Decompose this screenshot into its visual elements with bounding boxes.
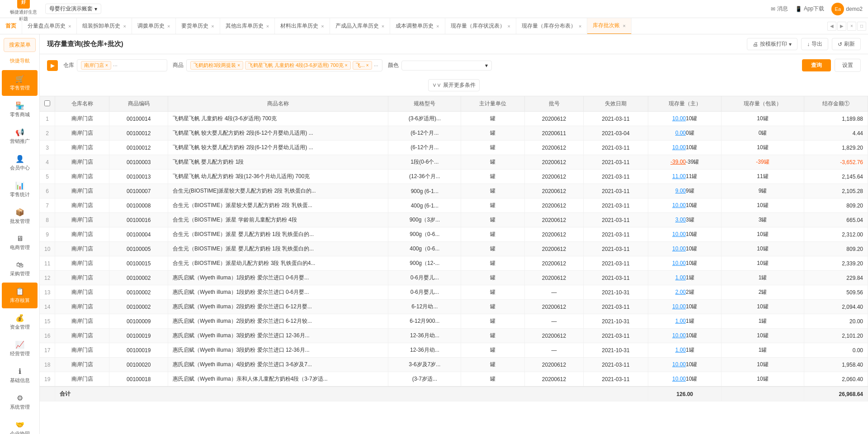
quick-nav-btn[interactable]: 快捷导航 — [0, 56, 39, 66]
filter-expand-arrow[interactable]: ▶ — [47, 60, 58, 71]
close-icon[interactable]: × — [68, 24, 71, 29]
qty-main-link[interactable]: -39.00 — [670, 159, 686, 165]
tab-assembly[interactable]: 组装拆卸单历史 × — [77, 18, 132, 34]
qty-main-link[interactable]: 9.00 — [675, 188, 686, 194]
messages-btn[interactable]: ✉ 消息 — [771, 5, 788, 13]
cell-batch: 20200612 — [525, 141, 584, 155]
cell-name: 合生元（BIOSTIME）派星 婴儿配方奶粉 1段 乳铁蛋白的... — [168, 242, 388, 256]
product-filter-more[interactable]: ··· — [374, 62, 378, 69]
row-num: 1 — [40, 112, 55, 126]
cell-code: 00100009 — [109, 314, 168, 329]
close-icon[interactable]: × — [623, 23, 625, 28]
select-all-checkbox[interactable] — [44, 100, 50, 106]
qty-main-link[interactable]: 10.00 — [672, 376, 686, 382]
tab-material-outbound[interactable]: 材料出库单历史 × — [275, 18, 330, 34]
tab-finished-inbound[interactable]: 产成品入库单历史 × — [330, 18, 390, 34]
close-icon[interactable]: × — [211, 24, 214, 29]
qty-main-link[interactable]: 0.00 — [675, 130, 686, 136]
qty-main-link[interactable]: 3.00 — [675, 217, 686, 223]
qty-main-link[interactable]: 1.00 — [675, 274, 686, 281]
qty-main-link[interactable]: 10.00 — [672, 332, 686, 339]
cell-warehouse: 南岸门店 — [55, 112, 109, 126]
tab-stock-status[interactable]: 现存量（库存状况表） × — [445, 18, 516, 34]
qty-main-link[interactable]: 11.00 — [672, 173, 686, 179]
purchasing-icon: 🛍 — [16, 261, 24, 269]
sidebar-item-marketing[interactable]: 📢 营销推广 — [2, 123, 38, 149]
tab-transfer[interactable]: 调拨单历史 × — [132, 18, 176, 34]
qty-main-link[interactable]: 10.00 — [672, 231, 686, 237]
qty-main-link[interactable]: 10.00 — [672, 303, 686, 310]
warehouse-label: 仓库 — [63, 61, 74, 69]
sidebar-item-basic-info[interactable]: ℹ 基础信息 — [2, 363, 38, 388]
qty-main-link[interactable]: 10.00 — [672, 260, 686, 266]
filter-more-dots[interactable]: ··· — [113, 62, 118, 69]
tab-next-btn[interactable]: ▶ — [837, 22, 846, 31]
cell-qty-main: -39.00-39罐 — [648, 155, 722, 170]
qty-main-link[interactable]: 1.00 — [675, 318, 686, 324]
qty-main-link[interactable]: 10.00 — [672, 361, 686, 368]
product-tag-close-1[interactable]: × — [237, 63, 240, 68]
tab-other-outbound[interactable]: 其他出库单历史 × — [220, 18, 275, 34]
app-download-btn[interactable]: 📱 App下载 — [795, 5, 824, 13]
qty-main-link[interactable]: 10.00 — [672, 115, 686, 122]
sidebar-item-retail-mgmt[interactable]: 🛒 零售管理 — [2, 70, 38, 96]
cell-amount: 509.56 — [804, 285, 868, 300]
close-icon[interactable]: × — [167, 24, 170, 29]
close-icon[interactable]: × — [436, 24, 439, 29]
tab-inventory-count[interactable]: 分量盘点单历史 × — [22, 18, 77, 34]
close-icon[interactable]: × — [382, 24, 384, 29]
warehouse-tag-nanang[interactable]: 南岸门店 × — [81, 61, 111, 70]
tab-maximize-btn[interactable]: □ — [857, 22, 866, 31]
sidebar-item-inventory[interactable]: 📋 库存核算 — [2, 283, 38, 308]
cell-name: 惠氏启赋（Wyeth illuma）亲和人体儿童配方奶粉4段（3-7岁适... — [168, 372, 388, 387]
tab-prev-btn[interactable]: ◀ — [827, 22, 836, 31]
query-btn[interactable]: 查询 — [802, 59, 831, 71]
sidebar-item-purchasing[interactable]: 🛍 采购管理 — [2, 256, 38, 282]
qty-main-link[interactable]: 10.00 — [672, 144, 686, 151]
product-tag-2[interactable]: 飞鹤星飞帆 儿童奶粉 4段(3-6岁适用) 700克 × — [245, 61, 351, 70]
user-area[interactable]: Ea demo2 — [831, 3, 863, 15]
warehouse-tag-container[interactable]: 南岸门店 × ··· — [77, 59, 167, 71]
export-btn[interactable]: ↓ 导出 — [801, 38, 828, 50]
close-icon[interactable]: × — [321, 24, 324, 29]
close-icon[interactable]: × — [579, 24, 581, 29]
content-area: 现存量查询(按仓库+批次) 🖨 按模板打印 ▾ ↓ 导出 ↺ 刷新 — [40, 34, 868, 434]
settings-btn[interactable]: 设置 — [835, 59, 861, 72]
product-tag-1[interactable]: 飞鹤奶粉3段两提装 × — [190, 61, 243, 70]
tab-stock-dist[interactable]: 现存量（库存分布表） × — [516, 18, 587, 34]
sidebar-item-ecommerce[interactable]: 🖥 电商管理 — [2, 230, 38, 255]
tab-order[interactable]: 要货单历史 × — [176, 18, 220, 34]
product-tag-close-3[interactable]: × — [366, 63, 369, 68]
product-tag-close-2[interactable]: × — [345, 63, 348, 68]
close-icon[interactable]: × — [266, 24, 269, 29]
tab-close-btn[interactable]: × — [847, 22, 856, 31]
close-icon[interactable]: × — [508, 24, 510, 29]
search-menu-btn[interactable]: 搜索菜单 — [4, 38, 36, 52]
sidebar-item-retail-mall[interactable]: 🏪 零售商城 — [2, 97, 38, 123]
tab-label: 其他出库单历史 — [226, 22, 264, 30]
tab-home[interactable]: 首页 — [0, 18, 22, 34]
product-tag-container[interactable]: 飞鹤奶粉3段两提装 × 飞鹤星飞帆 儿童奶粉 4段(3-6岁适用) 700克 ×… — [186, 59, 382, 71]
tab-batch-stock[interactable]: 库存批次账 × — [587, 18, 631, 34]
cell-unit: 罐 — [461, 141, 525, 155]
warehouse-tag-close[interactable]: × — [105, 63, 108, 68]
sidebar-item-collab[interactable]: 🤝 企业协同 — [2, 416, 38, 434]
sidebar-item-wholesale[interactable]: 📦 批发管理 — [2, 203, 38, 229]
close-icon[interactable]: × — [123, 24, 126, 29]
print-btn[interactable]: 🖨 按模板打印 ▾ — [747, 38, 797, 50]
color-tag-container[interactable]: ▾ — [401, 61, 492, 71]
sidebar-item-operations[interactable]: 📈 经营管理 — [2, 336, 38, 362]
product-tag-3[interactable]: 飞... × — [353, 61, 372, 70]
qty-main-link[interactable]: 10.00 — [672, 245, 686, 252]
refresh-btn[interactable]: ↺ 刷新 — [832, 38, 861, 50]
qty-main-link[interactable]: 1.00 — [675, 347, 686, 353]
tab-cost-adjust[interactable]: 成本调整单历史 × — [390, 18, 445, 34]
expand-conditions-btn[interactable]: ∨∨ 展开更多条件 — [428, 79, 479, 91]
account-selector[interactable]: 母婴行业演示账套 ▾ — [45, 4, 101, 14]
sidebar-item-finance[interactable]: 💰 资金管理 — [2, 309, 38, 335]
sidebar-item-members[interactable]: 👤 会员中心 — [2, 150, 38, 176]
sidebar-item-retail-stats[interactable]: 📊 零售统计 — [2, 177, 38, 203]
qty-main-link[interactable]: 10.00 — [672, 202, 686, 208]
qty-main-link[interactable]: 2.00 — [675, 289, 686, 295]
sidebar-item-system[interactable]: ⚙ 系统管理 — [2, 389, 38, 415]
